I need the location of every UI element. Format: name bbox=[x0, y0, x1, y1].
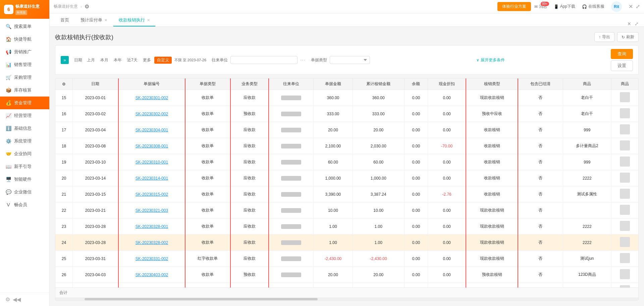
page-content: 收款核销执行(按收款) ↑ 导出 ↻ 刷新 » 日期 上月 本月 bbox=[50, 27, 644, 306]
voucher-no-link[interactable]: SK-20230308-001 bbox=[136, 144, 168, 148]
sidebar-logo: 6 畅康道好生意 标推版 bbox=[0, 0, 49, 19]
table-row[interactable]: 19 2023-03-10 SK-20230310-001 收款单 应收款 60… bbox=[55, 154, 638, 170]
voucher-no-link[interactable]: SK-20230304-001 bbox=[136, 128, 168, 132]
cell-voucher-type: 收款单 bbox=[185, 235, 230, 251]
cell-voucher-no: SK-20230315-002 bbox=[118, 186, 185, 202]
sidebar-item-marketing[interactable]: 📢营销推广 bbox=[0, 46, 49, 58]
table-row[interactable]: 25 2023-03-31 SK-20230331-002 红字收款单 应收款 … bbox=[55, 251, 638, 267]
tab-home[interactable]: 首页 bbox=[55, 14, 74, 26]
table-row[interactable]: 20 2023-03-14 SK-20230314-001 收款单 应收款 1,… bbox=[55, 170, 638, 186]
cell-cash-discount: 0.00 bbox=[428, 90, 466, 106]
sidebar-item-sales[interactable]: 📊销售管理 bbox=[0, 58, 49, 71]
cell-biz-type: 应收款 bbox=[230, 283, 269, 288]
table-scrollbar[interactable] bbox=[55, 298, 638, 300]
cell-id: 26 bbox=[55, 267, 73, 283]
date-last-7days[interactable]: 近7天 bbox=[125, 57, 140, 64]
sidebar-item-member[interactable]: V畅会员 bbox=[0, 198, 49, 211]
cell-date: 2023-04-03 bbox=[73, 267, 118, 283]
voucher-type-select[interactable] bbox=[330, 56, 370, 64]
sidebar-item-wechat[interactable]: 💬企业微信 bbox=[0, 186, 49, 198]
sidebar-item-hardware[interactable]: 🖥️智能硬件 bbox=[0, 173, 49, 186]
cell-id: 25 bbox=[55, 251, 73, 267]
table-scrollbar-thumb[interactable] bbox=[85, 298, 318, 300]
date-custom-button[interactable]: 自定义 bbox=[154, 57, 172, 64]
app-download-button[interactable]: 📱 App下载 bbox=[554, 4, 575, 9]
expand-conditions-button[interactable]: ∨ 展开更多条件 bbox=[476, 57, 505, 63]
voucher-no-link[interactable]: SK-20230301-002 bbox=[136, 96, 168, 100]
tab-expand-icon[interactable]: ⤢ bbox=[635, 21, 639, 26]
filter-toggle-button[interactable]: » bbox=[61, 56, 69, 64]
table-row[interactable]: 27 2023-04-08 SK-20230408-001 收款单 应收款 10… bbox=[55, 283, 638, 288]
table-row[interactable]: 18 2023-03-08 SK-20230308-001 收款单 应收款 2,… bbox=[55, 138, 638, 154]
col-header-cash-discount: 现金折扣 bbox=[428, 78, 466, 90]
date-this-year[interactable]: 本年 bbox=[112, 57, 124, 64]
tab-close-global[interactable]: ✕ bbox=[627, 21, 631, 26]
sidebar-item-basic-info[interactable]: ℹ️基础信息 bbox=[0, 122, 49, 135]
online-service-button[interactable]: 🎧 在线客服 bbox=[582, 4, 604, 9]
cell-id: 23 bbox=[55, 219, 73, 235]
cell-id: 21 bbox=[55, 186, 73, 202]
filter-expand-area: ∨ 展开更多条件 bbox=[375, 57, 605, 63]
page-actions: ↑ 导出 ↻ 刷新 bbox=[594, 32, 639, 42]
tab-receipt-verify[interactable]: 收款核销执行✕ bbox=[113, 14, 155, 26]
date-more[interactable]: 更多 bbox=[141, 57, 153, 64]
sidebar-item-enterprise[interactable]: 🤝企业协同 bbox=[0, 147, 49, 160]
tab-close-prepay[interactable]: ✕ bbox=[104, 18, 107, 22]
sidebar-item-search[interactable]: 🔍搜索菜单 bbox=[0, 20, 49, 33]
table-row[interactable]: 26 2023-04-03 SK-20230403-002 收款单 预收款 20… bbox=[55, 267, 638, 283]
tab-close-receipt-verify[interactable]: ✕ bbox=[147, 18, 150, 22]
voucher-no-link[interactable]: SK-20230314-001 bbox=[136, 176, 168, 181]
sidebar-item-operations[interactable]: 📈经营管理 bbox=[0, 109, 49, 122]
voucher-no-link[interactable]: SK-20230321-003 bbox=[136, 208, 168, 213]
cell-verify-type: 收款核销 bbox=[466, 154, 518, 170]
topbar-settings-icon[interactable]: ⚙ bbox=[85, 3, 89, 10]
table-row[interactable]: 23 2023-03-28 SK-20230328-001 收款单 应收款 1.… bbox=[55, 219, 638, 235]
sidebar-item-quick-nav[interactable]: 🏠快捷导航 bbox=[0, 33, 49, 46]
messages-button[interactable]: ✉ 消息 99+ bbox=[534, 4, 547, 9]
table-row[interactable]: 16 2023-03-02 SK-20230302-002 收款单 预收款 33… bbox=[55, 106, 638, 122]
table-row[interactable]: 22 2023-03-21 SK-20230321-003 收款单 应收款 10… bbox=[55, 202, 638, 219]
voucher-no-link[interactable]: SK-20230328-002 bbox=[136, 240, 168, 245]
date-this-month[interactable]: 本月 bbox=[98, 57, 110, 64]
sidebar-item-guide[interactable]: 📖新手引导 bbox=[0, 160, 49, 173]
page-title: 收款核销执行(按收款) bbox=[55, 33, 113, 41]
table-row[interactable]: 17 2023-03-04 SK-20230304-001 收款单 应收款 20… bbox=[55, 122, 638, 138]
date-last-month[interactable]: 上月 bbox=[85, 57, 97, 64]
solution-button[interactable]: 体验行业方案 bbox=[497, 2, 531, 11]
wechat-icon: 💬 bbox=[5, 189, 11, 195]
export-button[interactable]: ↑ 导出 bbox=[594, 32, 614, 42]
maximize-window-icon[interactable]: ⤢ bbox=[636, 3, 640, 10]
sidebar-item-system[interactable]: ⚙️系统管理 bbox=[0, 135, 49, 147]
partner-filter-input[interactable] bbox=[230, 56, 298, 64]
tab-prepay[interactable]: 预计应付单✕ bbox=[75, 14, 113, 26]
sidebar-item-finance[interactable]: 💰资金管理 bbox=[0, 97, 49, 109]
table-wrap[interactable]: ⚙ 日期 单据编号 单据类型 业务类型 往来单位 单据金额 累计核销金额 余额 … bbox=[55, 78, 638, 288]
col-header-settings[interactable]: ⚙ bbox=[55, 78, 73, 90]
voucher-no-link[interactable]: SK-20230403-002 bbox=[136, 272, 168, 277]
query-button[interactable]: 查询 bbox=[611, 49, 633, 59]
settings-bottom-icon[interactable]: ⚙ bbox=[5, 296, 10, 303]
partner-blurred bbox=[281, 256, 301, 261]
voucher-no-link[interactable]: SK-20230302-002 bbox=[136, 112, 168, 116]
table-row[interactable]: 15 2023-03-01 SK-20230301-002 收款单 应收款 36… bbox=[55, 90, 638, 106]
cell-balance: 0.00 bbox=[404, 267, 428, 283]
sidebar-item-purchase[interactable]: 🛒采购管理 bbox=[0, 71, 49, 84]
voucher-no-link[interactable]: SK-20230315-002 bbox=[136, 192, 168, 197]
cell-biz-type: 应收款 bbox=[230, 138, 269, 154]
cell-product bbox=[563, 202, 611, 219]
voucher-no-link[interactable]: SK-20230328-001 bbox=[136, 224, 168, 229]
close-window-icon[interactable]: ✕ bbox=[629, 3, 633, 10]
filter-settings-button[interactable]: 设置 bbox=[611, 60, 633, 71]
partner-filter-dots[interactable]: ··· bbox=[300, 58, 306, 62]
sidebar-item-inventory[interactable]: 📦库存核算 bbox=[0, 84, 49, 97]
voucher-no-link[interactable]: SK-20230331-002 bbox=[136, 256, 168, 261]
cell-product2 bbox=[611, 106, 638, 122]
collapse-icon[interactable]: ◀◀ bbox=[13, 296, 21, 303]
user-avatar[interactable]: Rit bbox=[611, 1, 622, 12]
table-row[interactable]: 21 2023-03-15 SK-20230315-002 收款单 应收款 3,… bbox=[55, 186, 638, 202]
table-row[interactable]: 24 2023-03-28 SK-20230328-002 收款单 应收款 1.… bbox=[55, 235, 638, 251]
window-controls: ✕ ⤢ bbox=[629, 3, 640, 10]
voucher-no-link[interactable]: SK-20230310-001 bbox=[136, 160, 168, 165]
refresh-button[interactable]: ↻ 刷新 bbox=[617, 32, 639, 42]
cell-amount: 100.00 bbox=[313, 283, 353, 288]
